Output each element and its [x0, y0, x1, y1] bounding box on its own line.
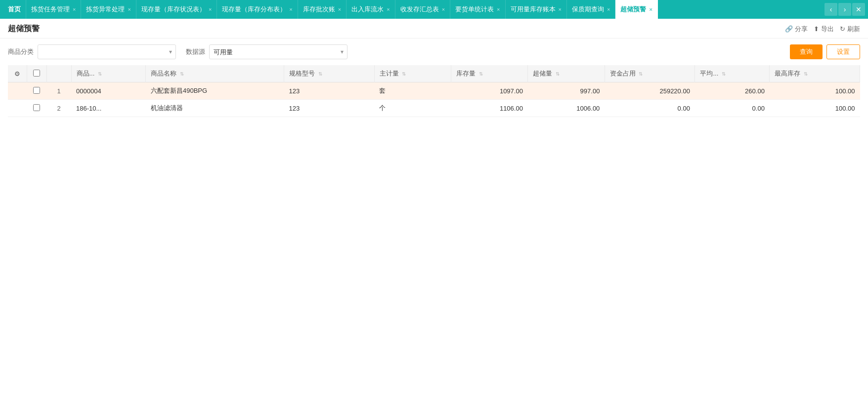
nav-stock-dist-label: 现存量（库存分布表） — [222, 5, 286, 14]
top-nav: 首页 拣货任务管理 × 拣货异常处理 × 现存量（库存状况表） × 现存量（库存… — [0, 0, 868, 19]
th-name[interactable]: 商品名称 ⇅ — [146, 65, 284, 82]
nav-inout-flow-close[interactable]: × — [387, 6, 390, 12]
nav-stock-dist[interactable]: 现存量（库存分布表） × — [217, 0, 298, 19]
nav-stock-status[interactable]: 现存量（库存状况表） × — [136, 0, 217, 19]
nav-pick-exception-label: 拣货异常处理 — [86, 5, 125, 14]
main-table: ⚙ 商品... ⇅ 商品名称 ⇅ 规格型号 ⇅ — [8, 65, 860, 117]
th-overstock[interactable]: 超储量 ⇅ — [528, 65, 605, 82]
nav-order-stat-close[interactable]: × — [497, 6, 500, 12]
header-actions: 🔗 分享 ⬆ 导出 ↻ 刷新 — [785, 25, 860, 34]
nav-inout-flow[interactable]: 出入库流水 × — [347, 0, 395, 19]
sort-avg-icon: ⇅ — [722, 71, 726, 77]
row-overstock-1: 1006.00 — [528, 100, 605, 117]
table-header-row: ⚙ 商品... ⇅ 商品名称 ⇅ 规格型号 ⇅ — [8, 65, 860, 82]
row-overstock-0: 997.00 — [528, 82, 605, 100]
select-all-checkbox[interactable] — [33, 70, 40, 77]
nav-stock-batch-close[interactable]: × — [338, 6, 341, 12]
table-container: ⚙ 商品... ⇅ 商品名称 ⇅ 规格型号 ⇅ — [0, 65, 868, 117]
nav-order-stat-label: 要货单统计表 — [455, 5, 494, 14]
category-label: 商品分类 — [8, 47, 34, 56]
th-capital[interactable]: 资金占用 ⇅ — [605, 65, 695, 82]
row-name-0: 六配套新昌490BPG — [146, 82, 284, 100]
nav-stock-batch-label: 库存批次账 — [303, 5, 335, 14]
refresh-icon: ↻ — [840, 25, 845, 33]
nav-avail-stock-close[interactable]: × — [559, 6, 562, 12]
filter-actions: 查询 设置 — [790, 44, 860, 59]
row-unit-1: 个 — [374, 100, 451, 117]
row-idx-0: 1 — [46, 82, 71, 100]
th-code[interactable]: 商品... ⇅ — [71, 65, 146, 82]
datasource-filter: 数据源 可用量 库存量 — [186, 44, 347, 59]
nav-prev-arrow[interactable]: ‹ — [825, 3, 837, 16]
share-icon: 🔗 — [785, 25, 793, 33]
category-select[interactable] — [38, 44, 176, 59]
nav-overstock-warning[interactable]: 超储预警 × — [615, 0, 657, 19]
refresh-label: 刷新 — [847, 25, 860, 34]
nav-stock-status-label: 现存量（库存状况表） — [141, 5, 206, 14]
nav-avail-stock-label: 可用量库存账本 — [511, 5, 556, 14]
table-row: 1 0000004 六配套新昌490BPG 123 套 1097.00 997.… — [8, 82, 860, 100]
th-stock[interactable]: 库存量 ⇅ — [451, 65, 527, 82]
row-maxstock-1: 100.00 — [770, 100, 860, 117]
nav-stock-batch[interactable]: 库存批次账 × — [298, 0, 347, 19]
datasource-select[interactable]: 可用量 库存量 — [209, 44, 347, 59]
th-unit[interactable]: 主计量 ⇅ — [374, 65, 451, 82]
th-maxstock[interactable]: 最高库存 ⇅ — [770, 65, 860, 82]
nav-expiry-query-close[interactable]: × — [607, 6, 610, 12]
row-stock-0: 1097.00 — [451, 82, 527, 100]
sort-code-icon: ⇅ — [98, 71, 102, 77]
nav-pick-task[interactable]: 拣货任务管理 × — [26, 0, 81, 19]
nav-home-label: 首页 — [8, 5, 21, 14]
row-idx-1: 2 — [46, 100, 71, 117]
th-spec[interactable]: 规格型号 ⇅ — [284, 65, 374, 82]
page-title: 超储预警 — [8, 24, 40, 34]
row-capital-1: 0.00 — [605, 100, 695, 117]
nav-pick-task-label: 拣货任务管理 — [31, 5, 70, 14]
category-select-wrapper — [38, 44, 176, 59]
set-button[interactable]: 设置 — [826, 44, 860, 59]
nav-overstock-warning-label: 超储预警 — [620, 5, 646, 14]
row-code-0: 0000004 — [71, 82, 146, 100]
row-check-1[interactable] — [27, 100, 46, 117]
th-idx — [46, 65, 71, 82]
row-checkbox-1[interactable] — [33, 104, 40, 111]
nav-recv-send-sum[interactable]: 收发存汇总表 × — [395, 0, 450, 19]
sort-name-icon: ⇅ — [180, 71, 184, 77]
nav-stock-dist-close[interactable]: × — [289, 6, 292, 12]
row-spec-0: 123 — [284, 82, 374, 100]
nav-order-stat[interactable]: 要货单统计表 × — [450, 0, 505, 19]
refresh-button[interactable]: ↻ 刷新 — [840, 25, 860, 34]
nav-pick-exception[interactable]: 拣货异常处理 × — [81, 0, 136, 19]
nav-pick-task-close[interactable]: × — [73, 6, 76, 12]
th-check[interactable] — [27, 65, 46, 82]
export-button[interactable]: ⬆ 导出 — [814, 25, 834, 34]
nav-recv-send-sum-label: 收发存汇总表 — [400, 5, 439, 14]
category-filter: 商品分类 — [8, 44, 176, 59]
gear-icon: ⚙ — [14, 70, 20, 78]
row-avg-1: 0.00 — [695, 100, 770, 117]
row-capital-0: 259220.00 — [605, 82, 695, 100]
th-avg[interactable]: 平均... ⇅ — [695, 65, 770, 82]
row-check-0[interactable] — [27, 82, 46, 100]
nav-pick-exception-close[interactable]: × — [128, 6, 130, 12]
row-checkbox-0[interactable] — [33, 87, 40, 94]
row-code-1: 186-10... — [71, 100, 146, 117]
nav-close-arrow[interactable]: ✕ — [852, 3, 865, 16]
nav-overstock-warning-close[interactable]: × — [649, 6, 652, 12]
sort-maxstock-icon: ⇅ — [804, 71, 808, 77]
row-stock-1: 1106.00 — [451, 100, 527, 117]
query-button[interactable]: 查询 — [790, 44, 823, 59]
nav-next-arrow[interactable]: › — [838, 3, 851, 16]
nav-avail-stock[interactable]: 可用量库存账本 × — [506, 0, 567, 19]
nav-stock-status-close[interactable]: × — [209, 6, 212, 12]
row-maxstock-0: 100.00 — [770, 82, 860, 100]
table-body: 1 0000004 六配套新昌490BPG 123 套 1097.00 997.… — [8, 82, 860, 117]
row-gear-1 — [8, 100, 27, 117]
nav-expiry-query[interactable]: 保质期查询 × — [567, 0, 615, 19]
row-unit-0: 套 — [374, 82, 451, 100]
share-button[interactable]: 🔗 分享 — [785, 25, 808, 34]
nav-home[interactable]: 首页 — [3, 0, 26, 19]
export-label: 导出 — [821, 25, 834, 34]
th-gear[interactable]: ⚙ — [8, 65, 27, 82]
nav-recv-send-sum-close[interactable]: × — [442, 6, 445, 12]
